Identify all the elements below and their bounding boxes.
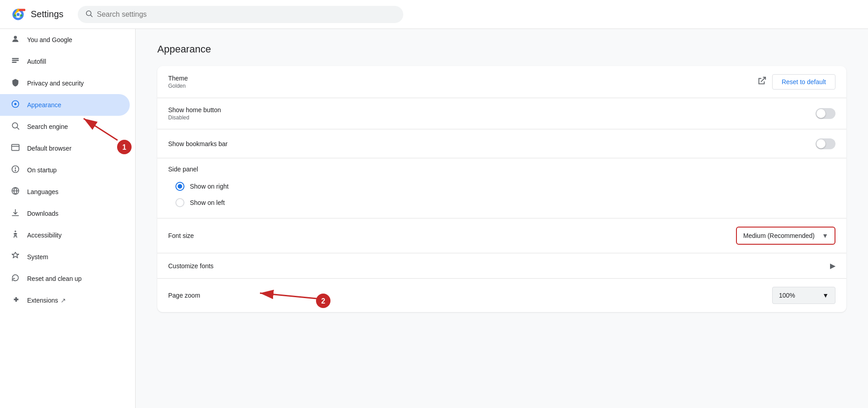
sidebar-item-accessibility[interactable]: Accessibility xyxy=(0,224,130,246)
sidebar-label-accessibility: Accessibility xyxy=(27,232,61,239)
svg-line-13 xyxy=(17,127,19,129)
content-area: Appearance Theme Golden Reset to default xyxy=(136,29,868,408)
svg-line-5 xyxy=(91,15,93,17)
home-button-toggle-knob xyxy=(816,109,826,118)
downloads-icon xyxy=(11,208,20,219)
bookmarks-toggle-knob xyxy=(816,139,826,148)
svg-point-18 xyxy=(15,170,16,171)
side-panel-label: Side panel xyxy=(168,166,835,173)
customize-fonts-label: Customize fonts xyxy=(168,262,213,270)
sidebar-item-default-browser[interactable]: Default browser xyxy=(0,138,130,159)
chevron-right-icon: ▶ xyxy=(830,261,835,270)
font-size-row: Font size Medium (Recommended) ▼ xyxy=(157,218,846,253)
person-icon xyxy=(11,34,20,46)
radio-label-right: Show on right xyxy=(190,183,229,190)
page-zoom-label: Page zoom xyxy=(168,292,200,299)
svg-point-21 xyxy=(14,230,16,232)
shield-icon xyxy=(11,78,20,89)
languages-icon xyxy=(11,186,20,198)
home-button-sublabel: Disabled xyxy=(168,114,221,121)
app-title: Settings xyxy=(31,9,63,19)
search-engine-icon xyxy=(11,121,20,133)
external-link-small-icon: ↗ xyxy=(61,297,66,304)
appearance-card: Theme Golden Reset to default Show home … xyxy=(157,66,846,312)
chrome-logo xyxy=(11,7,25,22)
sidebar-item-you-and-google[interactable]: You and Google xyxy=(0,29,130,51)
svg-point-4 xyxy=(86,11,91,16)
radio-show-left[interactable]: Show on left xyxy=(168,195,835,211)
sidebar-label-languages: Languages xyxy=(27,188,58,195)
sidebar-label-default-browser: Default browser xyxy=(27,145,71,152)
sidebar-label-on-startup: On startup xyxy=(27,166,57,174)
search-icon xyxy=(85,9,93,19)
sidebar-item-autofill[interactable]: Autofill xyxy=(0,51,130,72)
theme-row: Theme Golden Reset to default xyxy=(157,66,846,98)
sidebar-label-downloads: Downloads xyxy=(27,210,58,217)
svg-rect-8 xyxy=(12,60,19,61)
svg-point-12 xyxy=(12,123,18,128)
svg-rect-9 xyxy=(12,62,17,63)
topbar: Settings xyxy=(0,0,868,29)
side-panel-section: Side panel Show on right Show on left xyxy=(157,158,846,218)
sidebar-item-on-startup[interactable]: On startup xyxy=(0,159,130,181)
sidebar-item-languages[interactable]: Languages xyxy=(0,181,130,203)
sidebar-item-privacy[interactable]: Privacy and security xyxy=(0,72,130,94)
page-zoom-arrow: ▼ xyxy=(822,292,829,299)
autofill-icon xyxy=(11,56,20,67)
page-zoom-value: 100% xyxy=(779,292,795,299)
home-button-label: Show home button xyxy=(168,106,221,114)
theme-label: Theme xyxy=(168,75,757,82)
sidebar-label-search-engine: Search engine xyxy=(27,123,68,130)
svg-rect-7 xyxy=(12,58,19,59)
font-size-dropdown[interactable]: Medium (Recommended) ▼ xyxy=(736,227,835,245)
svg-line-22 xyxy=(761,77,765,81)
svg-point-3 xyxy=(17,13,20,16)
sidebar-item-reset[interactable]: Reset and clean up xyxy=(0,268,130,289)
radio-show-right[interactable]: Show on right xyxy=(168,178,835,195)
show-home-button-row: Show home button Disabled xyxy=(157,98,846,129)
system-icon xyxy=(11,251,20,263)
font-size-dropdown-arrow: ▼ xyxy=(822,232,828,239)
radio-outer-left xyxy=(175,198,184,207)
customize-fonts-row[interactable]: Customize fonts ▶ xyxy=(157,253,846,279)
sidebar-label-reset: Reset and clean up xyxy=(27,275,82,282)
sidebar-item-system[interactable]: System xyxy=(0,246,130,268)
font-size-value: Medium (Recommended) xyxy=(743,232,815,239)
home-button-toggle[interactable] xyxy=(816,108,835,119)
sidebar-label-privacy: Privacy and security xyxy=(27,80,84,87)
radio-outer-right xyxy=(175,182,184,191)
bookmarks-label: Show bookmarks bar xyxy=(168,140,228,147)
font-size-label: Font size xyxy=(168,232,194,239)
radio-label-left: Show on left xyxy=(190,199,225,206)
reset-to-default-button[interactable]: Reset to default xyxy=(772,74,835,90)
sidebar-label-extensions: Extensions xyxy=(27,297,58,304)
sidebar-item-extensions[interactable]: Extensions ↗ xyxy=(0,289,130,311)
show-bookmarks-row: Show bookmarks bar xyxy=(157,129,846,158)
sidebar-label-autofill: Autofill xyxy=(27,58,46,65)
sidebar-item-search-engine[interactable]: Search engine xyxy=(0,116,130,138)
search-input[interactable] xyxy=(97,10,396,19)
bookmarks-toggle[interactable] xyxy=(816,138,835,149)
sidebar: You and Google Autofill Privacy and secu… xyxy=(0,29,136,408)
sidebar-label-system: System xyxy=(27,253,48,261)
sidebar-label-appearance: Appearance xyxy=(27,101,61,109)
accessibility-icon xyxy=(11,230,20,241)
svg-rect-14 xyxy=(12,144,19,150)
theme-value: Golden xyxy=(168,83,757,89)
sidebar-label-you-and-google: You and Google xyxy=(27,36,72,43)
startup-icon xyxy=(11,165,20,176)
radio-inner-right xyxy=(178,184,182,189)
sidebar-item-appearance[interactable]: Appearance xyxy=(0,94,130,116)
page-title: Appearance xyxy=(157,43,846,55)
search-bar[interactable] xyxy=(78,6,403,23)
svg-point-11 xyxy=(14,103,17,105)
external-link-icon[interactable] xyxy=(757,76,767,88)
extensions-icon xyxy=(11,295,20,306)
sidebar-item-downloads[interactable]: Downloads xyxy=(0,203,130,224)
svg-point-6 xyxy=(14,36,17,39)
page-zoom-dropdown[interactable]: 100% ▼ xyxy=(772,287,835,304)
reset-icon xyxy=(11,273,20,285)
appearance-icon xyxy=(11,100,20,111)
page-zoom-row: Page zoom 100% ▼ xyxy=(157,279,846,312)
browser-icon xyxy=(11,143,20,154)
